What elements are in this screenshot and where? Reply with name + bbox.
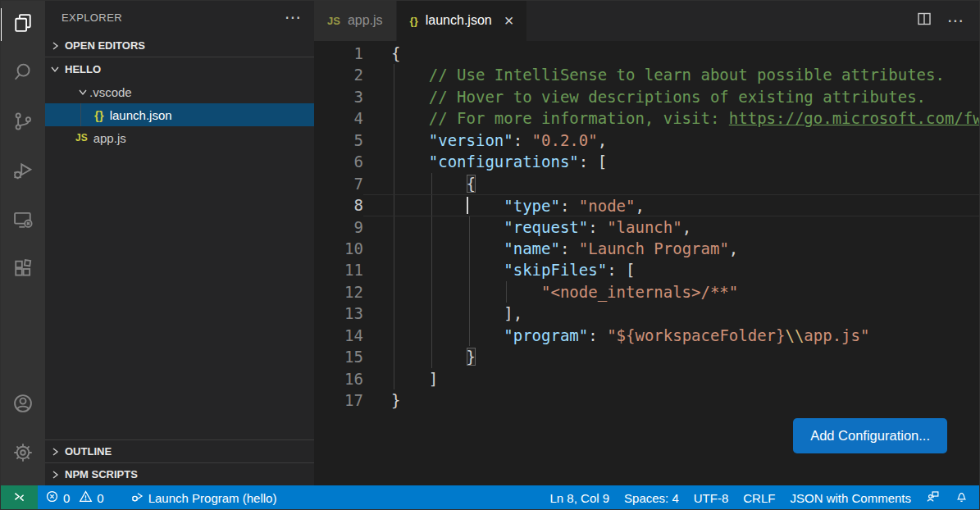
tree-item-vscode-folder[interactable]: .vscode <box>45 80 314 103</box>
code-line-17[interactable]: 17} <box>314 389 980 411</box>
indent-guide <box>431 173 432 194</box>
code-line-5[interactable]: 5 "version": "0.2.0", <box>314 130 980 151</box>
line-number: 2 <box>314 64 363 85</box>
section-label: NPM SCRIPTS <box>65 468 138 480</box>
code-line-7[interactable]: 7 { <box>314 173 980 194</box>
sidebar-empty-area[interactable] <box>45 151 314 439</box>
activity-item-explorer[interactable] <box>0 0 45 49</box>
language-mode-status[interactable]: JSON with Comments <box>782 485 918 510</box>
problems-status[interactable]: 0 0 <box>38 485 112 510</box>
feedback-status[interactable] <box>918 485 947 510</box>
line-number: 1 <box>314 43 363 64</box>
code-line-11[interactable]: 11 "skipFiles": [ <box>314 259 980 280</box>
code-token: // Use IntelliSense to learn about possi… <box>391 66 945 84</box>
explorer-sidebar: EXPLORER ⋯ OPEN EDITORS HELLO .vscode {} <box>45 0 314 485</box>
code-token: "${workspaceFolder} <box>607 326 785 344</box>
code-line-4[interactable]: 4 // For more information, visit: https:… <box>314 107 980 129</box>
encoding-status[interactable]: UTF-8 <box>686 485 736 510</box>
code-line-12[interactable]: 12 "<node_internals>/**" <box>314 281 980 303</box>
remote-icon <box>12 490 26 506</box>
editor-more-actions-icon[interactable]: ⋯ <box>947 16 965 25</box>
indent-guide <box>394 107 394 129</box>
feedback-icon <box>926 490 940 506</box>
line-number: 6 <box>314 151 363 172</box>
code-line-13[interactable]: 13 ], <box>314 303 980 324</box>
tree-item-launch-json[interactable]: {} launch.json <box>45 103 314 126</box>
section-label: HELLO <box>65 63 101 75</box>
files-icon <box>11 11 34 38</box>
activity-item-run-debug[interactable] <box>0 148 45 197</box>
activity-item-accounts[interactable] <box>0 380 45 430</box>
line-number: 14 <box>314 325 363 346</box>
activity-item-source-control[interactable] <box>0 98 45 148</box>
eol-status[interactable]: CRLF <box>736 485 782 510</box>
cursor-position-status[interactable]: Ln 8, Col 9 <box>543 485 618 510</box>
indent-guide <box>469 259 470 280</box>
editor-group: JS app.js {} launch.json × ⋯ 1{2 // Use … <box>314 0 980 485</box>
add-configuration-button[interactable]: Add Configuration... <box>793 418 947 453</box>
close-icon[interactable]: × <box>504 12 514 29</box>
tab-app-js[interactable]: JS app.js <box>314 0 397 41</box>
section-workspace-hello[interactable]: HELLO <box>45 57 314 80</box>
code-token: // Hover to view descriptions of existin… <box>391 88 926 106</box>
code-line-9[interactable]: 9 "request": "launch", <box>314 216 980 238</box>
section-outline[interactable]: OUTLINE <box>45 439 314 462</box>
section-npm-scripts[interactable]: NPM SCRIPTS <box>45 462 314 485</box>
search-icon <box>11 61 34 87</box>
language-mode-label: JSON with Comments <box>790 491 911 505</box>
code-token: , <box>682 218 691 236</box>
indent-guide <box>394 325 394 346</box>
activity-item-extensions[interactable] <box>0 246 45 295</box>
indent-guide <box>394 130 394 151</box>
line-number: 11 <box>314 259 363 280</box>
code-line-8[interactable]: 8 "type": "node", <box>314 194 980 216</box>
code-token: "launch" <box>607 218 682 236</box>
line-number: 4 <box>314 107 363 129</box>
split-editor-icon[interactable] <box>916 11 932 30</box>
indentation-status[interactable]: Spaces: 4 <box>617 485 686 510</box>
code-token: : <box>588 326 607 344</box>
code-token <box>391 175 467 193</box>
code-token: \\ <box>785 326 804 344</box>
code-line-10[interactable]: 10 "name": "Launch Program", <box>314 238 980 259</box>
code-line-16[interactable]: 16 ] <box>314 368 980 389</box>
code-line-15[interactable]: 15 } <box>314 346 980 367</box>
line-number: 5 <box>314 130 363 151</box>
code-line-14[interactable]: 14 "program": "${workspaceFolder}\\app.j… <box>314 325 980 346</box>
code-token <box>391 283 541 301</box>
chevron-down-icon <box>48 62 62 75</box>
code-line-6[interactable]: 6 "configurations": [ <box>314 151 980 172</box>
code-token: , <box>635 197 644 215</box>
code-line-3[interactable]: 3 // Hover to view descriptions of exist… <box>314 86 980 107</box>
indent-guide <box>394 151 394 172</box>
debug-play-icon <box>130 490 144 506</box>
section-open-editors[interactable]: OPEN EDITORS <box>45 34 314 57</box>
indent-guide <box>431 259 432 280</box>
sidebar-more-actions-icon[interactable]: ⋯ <box>285 13 303 21</box>
remote-indicator[interactable] <box>0 485 38 510</box>
json-file-icon: {} <box>94 108 104 122</box>
code-token <box>391 239 504 257</box>
indent-guide <box>431 216 432 238</box>
debug-status[interactable]: Launch Program (hello) <box>123 485 285 510</box>
line-number: 16 <box>314 368 363 389</box>
code-token: "request" <box>504 218 588 236</box>
activity-item-remote-explorer[interactable] <box>0 197 45 246</box>
code-token: "type" <box>504 197 560 215</box>
indent-guide <box>469 216 470 238</box>
code-line-1[interactable]: 1{ <box>314 43 980 64</box>
code-token <box>391 348 467 366</box>
code-editor[interactable]: 1{2 // Use IntelliSense to learn about p… <box>314 41 980 485</box>
notifications-status[interactable] <box>947 485 980 510</box>
tree-item-app-js[interactable]: JS app.js <box>45 126 314 149</box>
activity-item-settings[interactable] <box>0 430 45 479</box>
chevron-right-icon <box>48 39 62 52</box>
vscode-window: EXPLORER ⋯ OPEN EDITORS HELLO .vscode {} <box>0 0 980 510</box>
code-line-2[interactable]: 2 // Use IntelliSense to learn about pos… <box>314 64 980 85</box>
indent-guide <box>469 303 470 324</box>
code-token: { <box>391 44 400 62</box>
code-token: "node" <box>579 197 636 215</box>
code-token: "skipFiles" <box>504 261 607 279</box>
tab-launch-json[interactable]: {} launch.json × <box>397 0 527 41</box>
activity-item-search[interactable] <box>0 49 45 98</box>
